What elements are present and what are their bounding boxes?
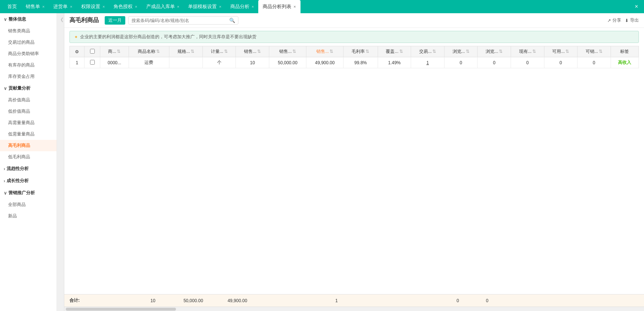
transaction-link[interactable]: 1 [427, 60, 429, 65]
cell-name[interactable]: 运费 [129, 57, 169, 68]
close-template-icon[interactable]: × [219, 4, 221, 9]
nav-purchase[interactable]: 进货单 × [49, 0, 76, 13]
period-button[interactable]: 近一月 [105, 16, 125, 25]
footer-available: 0 [443, 298, 472, 303]
export-icon: ⬇ [625, 18, 629, 23]
col-sales-amount[interactable]: 销售...⇅ [269, 46, 306, 57]
cell-coverage: 1.49% [378, 57, 411, 68]
cell-code[interactable]: 0000... [100, 57, 129, 68]
close-analysis-list-icon[interactable]: × [294, 4, 296, 9]
nav-template[interactable]: 单据模板设置 × [184, 0, 226, 13]
sidebar-group-trend[interactable]: › 流趋性分析 [0, 163, 57, 175]
nav-product-in[interactable]: 产成品入库单 × [142, 0, 184, 13]
close-product-in-icon[interactable]: × [177, 4, 179, 9]
sidebar-item-all-goods[interactable]: 全部商品 [0, 199, 57, 210]
cell-unit: 个 [202, 57, 236, 68]
tag-label: 高收入 [618, 60, 631, 65]
sidebar-group-growth[interactable]: › 成长性分析 [0, 175, 57, 187]
table-header-row: ⚙ 商...⇅ 商品名称⇅ 规格...⇅ 计量...⇅ 销售...⇅ 销售...… [70, 46, 639, 57]
col-tag[interactable]: 标签 [611, 46, 638, 57]
cell-browse1: 0 [444, 57, 478, 68]
sidebar-item-sales-goods[interactable]: 销售类商品 [0, 25, 57, 37]
cell-checkbox [84, 57, 100, 68]
close-permission-icon[interactable]: × [102, 4, 105, 9]
nav-home[interactable]: 首页 [3, 0, 21, 13]
total-label: 合计: [69, 297, 134, 304]
close-sales-icon[interactable]: × [42, 4, 44, 9]
sidebar-group-overall[interactable]: ∨ 整体信息 [0, 13, 57, 25]
footer-sales-qty: 10 [134, 298, 171, 303]
col-settings[interactable]: ⚙ [70, 46, 84, 57]
cell-current-stock: 0 [511, 57, 544, 68]
sidebar-group-contribution[interactable]: ∨ 贡献量分析 [0, 82, 57, 94]
nav-sales[interactable]: 销售单 × [21, 0, 49, 13]
row-checkbox[interactable] [90, 60, 95, 65]
top-nav: 首页 销售单 × 进货单 × 权限设置 × 角色授权 × 产成品入库单 × 单据… [0, 0, 644, 13]
nav-analysis[interactable]: 商品分析 × [226, 0, 258, 13]
sidebar-item-low-margin[interactable]: 低毛利商品 [0, 151, 57, 163]
sidebar-group-marketing[interactable]: ∨ 营销推广分析 [0, 187, 57, 199]
nav-role[interactable]: 角色授权 × [109, 0, 141, 13]
sidebar: ∨ 整体信息 销售类商品 交易过的商品 商品分类助销率 有库存的商品 库存资金占… [0, 13, 57, 311]
col-spec[interactable]: 规格...⇅ [169, 46, 203, 57]
cell-spec [169, 57, 203, 68]
sidebar-item-high-value[interactable]: 高价值商品 [0, 94, 57, 106]
search-input[interactable] [132, 18, 229, 23]
nav-analysis-list[interactable]: 商品分析列表 × [258, 0, 300, 13]
col-browse2[interactable]: 浏览...⇅ [478, 46, 511, 57]
cell-sales-amount: 50,000.00 [269, 57, 306, 68]
col-sales-qty[interactable]: 销售...⇅ [236, 46, 269, 57]
export-button[interactable]: ⬇ 导出 [625, 17, 639, 23]
col-gross-margin[interactable]: 毛利率⇅ [343, 46, 378, 57]
arrow-right-icon: › [4, 166, 5, 171]
window-close-button[interactable]: × [632, 3, 641, 10]
sidebar-collapse-button[interactable]: 《 [57, 13, 64, 311]
col-checkbox [84, 46, 100, 57]
col-unit[interactable]: 计量...⇅ [202, 46, 236, 57]
footer-sales-amount: 50,000.00 [171, 298, 215, 303]
sidebar-item-in-stock[interactable]: 有库存的商品 [0, 59, 57, 71]
cell-sellable: 0 [578, 57, 611, 68]
sidebar-item-category-rate[interactable]: 商品分类助销率 [0, 48, 57, 59]
sidebar-item-new-goods[interactable]: 新品 [0, 210, 57, 222]
col-code[interactable]: 商...⇅ [100, 46, 129, 57]
footer-total: 合计: 10 50,000.00 49,900.00 1 0 0 [64, 294, 644, 307]
close-analysis-icon[interactable]: × [252, 4, 254, 9]
arrow-down-icon3: ∨ [4, 191, 7, 196]
cell-transactions: 1 [411, 57, 445, 68]
horizontal-scrollbar[interactable] [64, 307, 644, 311]
sidebar-item-high-margin[interactable]: 高毛利商品 [0, 140, 57, 151]
warning-icon: ✦ [74, 35, 78, 40]
sidebar-item-traded[interactable]: 交易过的商品 [0, 37, 57, 48]
search-icon[interactable]: 🔍 [229, 18, 235, 23]
sidebar-item-low-demand[interactable]: 低需量量商品 [0, 129, 57, 140]
close-purchase-icon[interactable]: × [70, 4, 72, 9]
select-all-checkbox[interactable] [90, 49, 95, 54]
col-coverage[interactable]: 覆盖...⇅ [378, 46, 411, 57]
sidebar-item-capital[interactable]: 库存资金占用 [0, 71, 57, 82]
col-sales-cost[interactable]: 销售...⇅ [306, 46, 343, 57]
share-button[interactable]: ↗ 分享 [607, 17, 621, 23]
col-current-stock[interactable]: 现有...⇅ [511, 46, 544, 57]
sidebar-item-high-demand[interactable]: 高需量量商品 [0, 117, 57, 129]
cell-sales-cost: 49,900.00 [306, 57, 343, 68]
table-container: ⚙ 商...⇅ 商品名称⇅ 规格...⇅ 计量...⇅ 销售...⇅ 销售...… [64, 46, 644, 294]
page-title: 高毛利商品 [69, 17, 99, 24]
search-box: 🔍 [128, 16, 238, 25]
close-role-icon[interactable]: × [135, 4, 137, 9]
col-name[interactable]: 商品名称⇅ [129, 46, 169, 57]
sidebar-item-low-value[interactable]: 低价值商品 [0, 106, 57, 117]
col-sellable[interactable]: 可销...⇅ [578, 46, 611, 57]
footer-transactions: 1 [318, 298, 355, 303]
col-transactions[interactable]: 交易...⇅ [411, 46, 445, 57]
info-banner: ✦ 企业的主要的利润都是这部分商品创造的，可考虑加大推广，同时关注库存是不要出现… [69, 31, 639, 43]
scrollbar-thumb[interactable] [66, 308, 176, 311]
arrow-down-icon: ∨ [4, 17, 7, 22]
cell-available: 0 [544, 57, 578, 68]
table-row: 1 0000... 运费 个 10 50,000.00 49,900.00 99… [70, 57, 639, 68]
action-buttons: ↗ 分享 ⬇ 导出 [607, 17, 639, 23]
col-available[interactable]: 可用...⇅ [544, 46, 578, 57]
col-browse1[interactable]: 浏览...⇅ [444, 46, 478, 57]
cell-browse2: 0 [478, 57, 511, 68]
nav-permission[interactable]: 权限设置 × [77, 0, 109, 13]
